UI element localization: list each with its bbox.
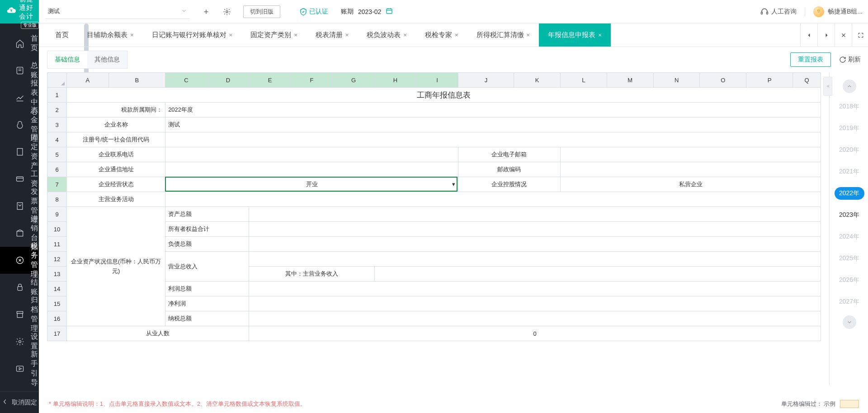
cell[interactable] (374, 267, 821, 282)
sidebar-unpin[interactable]: 取消固定 (0, 391, 39, 413)
nav-home[interactable]: 首页 (0, 30, 39, 57)
row-2[interactable]: 2 (47, 103, 67, 117)
nav-guide[interactable]: 新手引导 (0, 355, 39, 382)
cell-co-name-value[interactable]: 测试 (165, 117, 821, 132)
close-icon[interactable]: × (527, 32, 530, 38)
cell-addr-value[interactable] (165, 162, 458, 177)
year-down[interactable] (843, 315, 856, 329)
cell-total-assets[interactable]: 资产总额 (165, 207, 249, 222)
row-13[interactable]: 13 (47, 267, 67, 282)
cell-revenue[interactable]: 营业总收入 (165, 252, 249, 282)
cell-reg-label[interactable]: 注册号/统一社会信用代码 (67, 132, 165, 147)
cell-profit[interactable]: 利润总额 (165, 282, 249, 296)
spreadsheet[interactable]: A B C D E F G H I J K L M N O (39, 72, 829, 385)
tab-assetcat[interactable]: 固定资产类别× (241, 23, 307, 47)
close-icon[interactable]: × (403, 32, 407, 38)
nav-assets[interactable]: 固定资产 (0, 138, 39, 165)
row-12[interactable]: 12 (47, 252, 67, 267)
row-14[interactable]: 14 (47, 282, 67, 296)
cell-phone-value[interactable] (165, 147, 458, 162)
cell-netprofit[interactable]: 净利润 (165, 296, 249, 311)
row-1[interactable]: 1 (47, 88, 67, 103)
col-H[interactable]: H (374, 73, 416, 88)
year-2018[interactable]: 2018年 (830, 96, 868, 117)
close-icon[interactable]: × (229, 32, 233, 38)
sheet-title[interactable]: 工商年报信息表 (67, 88, 821, 103)
cell-zip-label[interactable]: 邮政编码 (458, 162, 560, 177)
cell-holding-value[interactable]: 私营企业 (561, 177, 821, 192)
tab-balance[interactable]: 目辅助余额表× (78, 23, 143, 47)
horizontal-scrollbar[interactable] (47, 385, 861, 393)
row-10[interactable]: 10 (47, 222, 67, 237)
cell-status-value[interactable]: 开业▾ (165, 177, 458, 192)
cell-employees-value[interactable]: 0 (249, 326, 821, 341)
year-2023[interactable]: 2023年 (830, 204, 868, 226)
subtab-other[interactable]: 其他信息 (87, 51, 127, 68)
close-icon[interactable]: × (598, 32, 602, 38)
col-K[interactable]: K (514, 73, 561, 88)
cell-status-label[interactable]: 企业经营状态 (67, 177, 165, 192)
year-up[interactable] (843, 80, 856, 93)
col-I[interactable]: I (416, 73, 458, 88)
cell-addr-label[interactable]: 企业通信地址 (67, 162, 165, 177)
year-2021[interactable]: 2021年 (830, 161, 868, 183)
tab-home[interactable]: 首页 (46, 23, 78, 47)
cell[interactable] (249, 207, 821, 222)
cell[interactable] (249, 252, 821, 267)
year-2019[interactable]: 2019年 (830, 117, 868, 139)
close-icon[interactable]: × (130, 32, 134, 38)
row-3[interactable]: 3 (47, 117, 67, 132)
settings-button[interactable] (222, 7, 231, 16)
cell-tax[interactable]: 纳税总额 (165, 311, 249, 326)
tab-scroll-left[interactable] (800, 23, 817, 47)
old-version-button[interactable]: 切到旧版 (243, 5, 280, 18)
subtab-basic[interactable]: 基础信息 (47, 51, 87, 68)
year-2022[interactable]: 2022年 (835, 187, 864, 200)
col-J[interactable]: J (458, 73, 514, 88)
cell-email-value[interactable] (561, 147, 821, 162)
tab-taxexpert[interactable]: 税检专家× (416, 23, 467, 47)
reset-button[interactable]: 重置报表 (790, 52, 831, 67)
refresh-button[interactable]: 刷新 (839, 56, 861, 64)
col-A[interactable]: A (67, 73, 109, 88)
close-icon[interactable]: × (345, 32, 349, 38)
year-2024[interactable]: 2024年 (830, 226, 868, 248)
cell-employees-label[interactable]: 从业人数 (67, 326, 249, 341)
cell-email-label[interactable]: 企业电子邮箱 (458, 147, 560, 162)
row-5[interactable]: 5 (47, 147, 67, 162)
row-8[interactable]: 8 (47, 192, 67, 207)
user-menu[interactable]: 畅捷通B组... (813, 6, 863, 17)
cell[interactable] (249, 222, 821, 237)
year-2020[interactable]: 2020年 (830, 139, 868, 161)
cell-co-name-label[interactable]: 企业名称 (67, 117, 165, 132)
cell[interactable] (249, 296, 821, 311)
col-M[interactable]: M (607, 73, 653, 88)
tab-incometax[interactable]: 所得税汇算清缴× (467, 23, 539, 47)
col-O[interactable]: O (700, 73, 746, 88)
select-all-corner[interactable] (47, 73, 67, 88)
year-2027[interactable]: 2027年 (830, 291, 868, 313)
col-D[interactable]: D (207, 73, 249, 88)
close-icon[interactable]: × (455, 32, 458, 38)
cell-equity[interactable]: 所有者权益合计 (165, 222, 249, 237)
cell-reg-value[interactable] (165, 132, 821, 147)
row-7[interactable]: 7 (47, 177, 67, 192)
cell-asset-section[interactable]: 企业资产状况信息(币种：人民币万元) (67, 207, 165, 326)
cell-mainbiz-label[interactable]: 主营业务活动 (67, 192, 165, 207)
year-2026[interactable]: 2026年 (830, 269, 868, 291)
col-G[interactable]: G (333, 73, 375, 88)
col-B[interactable]: B (108, 73, 165, 88)
col-F[interactable]: F (291, 73, 333, 88)
tab-taxbook[interactable]: 税表清册× (307, 23, 358, 47)
cell-mainrev[interactable]: 其中：主营业务收入 (249, 267, 375, 282)
dropdown-icon[interactable]: ▾ (452, 181, 455, 188)
tab-fullscreen[interactable] (852, 23, 868, 47)
row-11[interactable]: 11 (47, 237, 67, 252)
cell-zip-value[interactable] (561, 162, 821, 177)
close-icon[interactable]: × (294, 32, 297, 38)
cell[interactable] (249, 311, 821, 326)
cell[interactable] (249, 282, 821, 296)
company-selector[interactable]: 测试 (45, 5, 190, 19)
row-6[interactable]: 6 (47, 162, 67, 177)
row-4[interactable]: 4 (47, 132, 67, 147)
